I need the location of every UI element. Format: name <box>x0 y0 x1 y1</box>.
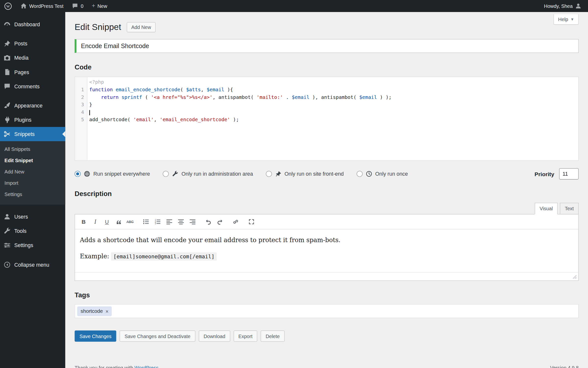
numbered-list-button[interactable] <box>152 217 163 226</box>
sidebar-item-label: Snippets <box>14 131 35 138</box>
underline-button[interactable]: U <box>102 217 112 226</box>
submenu-item-all-snippets[interactable]: All Snippets <box>0 144 65 155</box>
site-name-menu[interactable]: WordPress Test <box>16 0 68 12</box>
wordpress-logo-menu[interactable] <box>0 0 16 12</box>
submenu-item-settings[interactable]: Settings <box>0 189 65 200</box>
code-editor-content[interactable]: <?phpfunction email_encode_shortcode( $a… <box>87 77 578 160</box>
submenu-item-add-new[interactable]: Add New <box>0 166 65 178</box>
admin-bar-comments[interactable]: 0 <box>68 0 87 12</box>
radio-button[interactable] <box>356 171 362 177</box>
sidebar-item-plugins[interactable]: Plugins <box>0 113 65 127</box>
main-content: Help ▼ Edit Snippet Add New Code 12345 <… <box>65 12 588 368</box>
radio-button[interactable] <box>163 171 169 177</box>
pushpin-icon <box>3 40 11 47</box>
footer-version: Version 4.9.8 <box>550 365 579 368</box>
align-center-icon <box>177 218 184 225</box>
sidebar-item-users[interactable]: Users <box>0 210 65 224</box>
sidebar-item-label: Users <box>14 213 28 220</box>
code-editor[interactable]: 12345 <?phpfunction email_encode_shortco… <box>75 77 579 161</box>
priority-label: Priority <box>535 171 554 177</box>
scope-option-label: Run snippet everywhere <box>93 171 150 177</box>
collapse-menu-button[interactable]: Collapse menu <box>0 258 65 272</box>
radio-button[interactable] <box>75 171 81 177</box>
scope-option[interactable]: Only run on site front-end <box>266 171 344 177</box>
save-deactivate-button[interactable]: Save Changes and Deactivate <box>120 330 196 342</box>
brush-icon <box>3 102 11 109</box>
scope-option-label: Only run on site front-end <box>284 171 344 177</box>
redo-button[interactable] <box>215 217 225 226</box>
editor-toolbar: B I U ABC <box>75 214 578 229</box>
sidebar-item-label: Posts <box>14 40 27 47</box>
sidebar-item-media[interactable]: Media <box>0 51 65 65</box>
scope-option[interactable]: Only run once <box>356 171 408 177</box>
wordpress-link[interactable]: WordPress <box>135 365 159 368</box>
align-right-button[interactable] <box>187 217 198 226</box>
scope-option[interactable]: Run snippet everywhere <box>75 171 150 177</box>
resize-grip-icon[interactable] <box>572 275 577 279</box>
align-right-icon <box>189 218 196 225</box>
sidebar-item-label: Plugins <box>14 116 31 123</box>
priority-input[interactable] <box>559 168 579 180</box>
undo-icon <box>205 218 212 225</box>
export-button[interactable]: Export <box>233 330 257 342</box>
person-icon <box>3 213 11 221</box>
sidebar-item-label: Settings <box>14 242 33 249</box>
save-changes-button[interactable]: Save Changes <box>75 330 116 342</box>
sidebar-item-tools[interactable]: Tools <box>0 224 65 238</box>
help-button[interactable]: Help ▼ <box>554 14 579 25</box>
description-heading: Description <box>75 190 579 198</box>
wrench-icon <box>3 227 11 235</box>
page-icon <box>3 68 11 76</box>
plug-icon <box>3 116 11 124</box>
sidebar-item-posts[interactable]: Posts <box>0 36 65 51</box>
sidebar-item-dashboard[interactable]: Dashboard <box>0 17 65 31</box>
clock-icon <box>366 171 372 177</box>
priority-field: Priority <box>535 168 579 180</box>
delete-button[interactable]: Delete <box>261 330 284 342</box>
snippet-title-input[interactable] <box>75 39 579 53</box>
sidebar-item-pages[interactable]: Pages <box>0 65 65 79</box>
italic-button[interactable]: I <box>90 217 100 226</box>
admin-bar-new[interactable]: + New <box>87 0 111 12</box>
bold-button[interactable]: B <box>78 217 89 226</box>
sidebar-item-appearance[interactable]: Appearance <box>0 98 65 113</box>
sidebar-item-comments[interactable]: Comments <box>0 79 65 93</box>
scope-options: Run snippet everywhereOnly run in admini… <box>75 171 408 177</box>
example-shortcode: [email]someone@gmail.com[/email] <box>111 252 217 261</box>
submenu-item-import[interactable]: Import <box>0 178 65 189</box>
tab-visual[interactable]: Visual <box>535 203 558 214</box>
fullscreen-button[interactable] <box>246 217 257 226</box>
comment-bubble-icon <box>72 3 79 10</box>
sidebar-item-label: Dashboard <box>14 21 40 28</box>
scope-option-label: Only run once <box>375 171 408 177</box>
wordpress-admin-screen: W 123 WordPress Test <box>0 0 588 368</box>
submenu-item-edit-snippet[interactable]: Edit Snippet <box>0 155 65 166</box>
radio-button[interactable] <box>266 171 272 177</box>
align-center-button[interactable] <box>175 217 186 226</box>
bulleted-list-button[interactable] <box>141 217 151 226</box>
link-button[interactable] <box>230 217 241 226</box>
description-editor-content[interactable]: Adds a shortcode that will encode your e… <box>75 229 578 272</box>
remove-tag-icon[interactable]: × <box>106 308 109 314</box>
howdy-account-menu[interactable]: Howdy, Shea <box>540 0 586 12</box>
sidebar-item-label: Tools <box>14 228 26 235</box>
scope-option[interactable]: Only run in administration area <box>163 171 253 177</box>
tags-input[interactable]: shortcode × <box>75 304 579 318</box>
align-left-button[interactable] <box>164 217 174 226</box>
numbered-list-icon <box>154 218 161 225</box>
tab-text[interactable]: Text <box>560 203 578 214</box>
page-title: Edit Snippet <box>75 22 121 32</box>
sidebar-item-snippets[interactable]: Snippets <box>0 127 65 141</box>
add-new-button[interactable]: Add New <box>127 22 155 32</box>
home-icon <box>20 3 27 10</box>
scissors-icon <box>3 130 11 138</box>
strikethrough-button[interactable]: ABC <box>125 217 135 226</box>
blockquote-button[interactable] <box>113 217 124 226</box>
comments-count: 0 <box>81 3 84 9</box>
pin-icon <box>275 171 282 177</box>
wrench-icon <box>172 171 179 177</box>
bulleted-list-icon <box>142 218 149 225</box>
undo-button[interactable] <box>203 217 213 226</box>
sidebar-item-settings[interactable]: Settings <box>0 238 65 252</box>
download-button[interactable]: Download <box>199 330 230 342</box>
